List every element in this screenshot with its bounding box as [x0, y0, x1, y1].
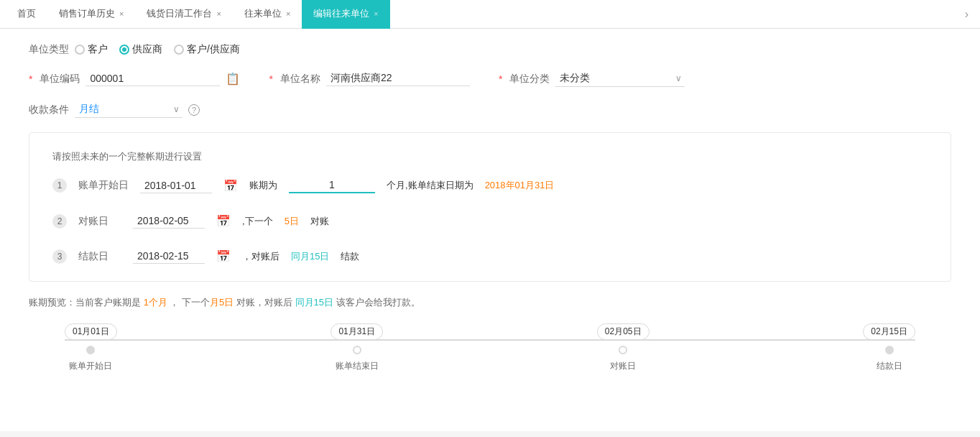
radio-both-circle — [174, 45, 184, 55]
timeline-label-0: 账单开始日 — [69, 360, 112, 372]
payment-condition-field: 收款条件 月结 ∨ ? — [29, 101, 200, 118]
period-payment-date-input[interactable] — [133, 249, 205, 264]
tab-partner-unit-close[interactable]: × — [286, 9, 290, 18]
period-row-3: 3 结款日 📅 ，对账后 同月15日 结款 — [52, 249, 928, 264]
tab-home-label: 首页 — [17, 7, 36, 20]
unit-category-arrow-icon: ∨ — [672, 73, 685, 83]
period-row3-suffix: 结款 — [341, 250, 359, 263]
unit-type-label: 单位类型 — [29, 43, 69, 56]
timeline-dot-3 — [885, 346, 894, 354]
tab-edit-partner-close[interactable]: × — [374, 9, 378, 18]
period-row2-prefix: ,下一个 — [242, 215, 273, 228]
period-reconcile-cal-icon[interactable]: 📅 — [216, 214, 231, 228]
payment-condition-select[interactable]: 月结 ∨ — [75, 101, 182, 118]
timeline-label-3: 结款日 — [877, 360, 902, 372]
timeline-dot-0 — [86, 346, 95, 354]
payment-condition-row: 收款条件 月结 ∨ ? — [29, 101, 951, 118]
radio-customer-circle — [75, 45, 85, 55]
unit-category-value: 未分类 — [555, 70, 672, 86]
period-month-input[interactable] — [289, 178, 375, 193]
period-start-cal-icon[interactable]: 📅 — [223, 179, 238, 193]
preview-part3: 月5日 — [210, 297, 234, 308]
tab-partner-unit[interactable]: 往来单位 × — [233, 0, 302, 29]
radio-supplier-circle — [119, 45, 129, 55]
period-num-2: 2 — [52, 214, 67, 229]
period-row3-prefix: ，对账后 — [242, 250, 279, 263]
timeline-date-1: 01月31日 — [330, 323, 383, 340]
tab-home[interactable]: 首页 — [6, 0, 47, 29]
period-payment-cal-icon[interactable]: 📅 — [216, 249, 231, 263]
preview-part6: 该客户会给我打款。 — [336, 297, 420, 308]
unit-name-input[interactable] — [326, 71, 470, 86]
preview-part3-prefix: 下一个 — [182, 297, 210, 308]
tabs-bar: 首页 销售订单历史 × 钱货日清工作台 × 往来单位 × 编辑往来单位 × › — [0, 0, 980, 29]
period-label-3: 结款日 — [78, 250, 121, 263]
timeline-date-0: 01月01日 — [65, 323, 117, 340]
period-row1-end-date: 2018年01月31日 — [485, 179, 555, 192]
unit-name-field: * 单位名称 — [269, 71, 469, 86]
unit-category-field: * 单位分类 未分类 ∨ — [499, 70, 685, 87]
timeline-wrapper: 01月01日 账单开始日 01月31日 账单结束日 02月05日 对账日 02月… — [65, 326, 915, 369]
timeline-node-0: 01月01日 账单开始日 — [65, 323, 117, 372]
period-start-date-input[interactable] — [140, 178, 212, 193]
tab-cash-workbench[interactable]: 钱货日清工作台 × — [135, 0, 232, 29]
timeline-dot-2 — [619, 346, 627, 354]
unit-code-input[interactable] — [85, 71, 220, 86]
preview-prefix: 账期预览：当前客户账期是 — [29, 297, 141, 308]
unit-code-copy-icon[interactable]: 📋 — [226, 72, 240, 86]
radio-supplier-label: 供应商 — [132, 43, 162, 56]
tab-sales-history-close[interactable]: × — [119, 9, 124, 18]
main-content: 单位类型 客户 供应商 客户/供应商 * 单位编码 — [0, 29, 980, 431]
period-row1-suffix: 账期为 — [249, 179, 277, 192]
radio-both-label: 客户/供应商 — [187, 43, 240, 56]
payment-condition-label: 收款条件 — [29, 104, 69, 116]
radio-customer-label: 客户 — [88, 43, 108, 56]
radio-supplier[interactable]: 供应商 — [119, 43, 162, 56]
unit-code-field: * 单位编码 📋 — [29, 71, 240, 86]
timeline-label-2: 对账日 — [610, 360, 636, 372]
unit-category-select[interactable]: 未分类 ∨ — [555, 70, 685, 87]
unit-name-label: 单位名称 — [280, 73, 320, 86]
unit-type-radio-group: 客户 供应商 客户/供应商 — [75, 43, 240, 56]
preview-part5: 同月15日 — [295, 297, 333, 308]
timeline-date-3: 02月15日 — [863, 323, 915, 340]
period-row1-month-suffix: 个月,账单结束日期为 — [387, 179, 473, 192]
unit-type-row: 单位类型 客户 供应商 客户/供应商 — [29, 43, 951, 56]
tab-edit-partner[interactable]: 编辑往来单位 × — [302, 0, 389, 29]
period-row2-day: 5日 — [285, 215, 299, 228]
timeline-date-2: 02月05日 — [597, 323, 650, 340]
period-row3-day: 同月15日 — [291, 250, 329, 263]
payment-condition-value: 月结 — [75, 101, 170, 117]
timeline-node-3: 02月15日 结款日 — [863, 323, 915, 372]
period-label-2: 对账日 — [78, 215, 121, 228]
tab-more-button[interactable]: › — [959, 8, 974, 21]
unit-category-label: 单位分类 — [509, 73, 550, 86]
radio-both[interactable]: 客户/供应商 — [174, 43, 240, 56]
period-row-1: 1 账单开始日 📅 账期为 个月,账单结束日期为 2018年01月31日 — [52, 178, 928, 193]
tab-sales-history-label: 销售订单历史 — [59, 7, 115, 20]
timeline-node-2: 02月05日 对账日 — [597, 323, 650, 372]
unit-code-label: 单位编码 — [40, 73, 80, 86]
period-card-title: 请按照未来的一个完整帐期进行设置 — [52, 150, 928, 163]
period-num-3: 3 — [52, 249, 67, 264]
timeline-node-1: 01月31日 账单结束日 — [330, 323, 383, 372]
unit-code-star: * — [29, 73, 32, 85]
preview-part1: 1个月 — [144, 297, 167, 308]
period-reconcile-date-input[interactable] — [133, 213, 205, 229]
period-num-1: 1 — [52, 178, 67, 193]
tab-cash-workbench-close[interactable]: × — [216, 9, 221, 18]
payment-condition-help-icon[interactable]: ? — [188, 104, 200, 116]
tab-sales-history[interactable]: 销售订单历史 × — [47, 0, 135, 29]
period-card: 请按照未来的一个完整帐期进行设置 1 账单开始日 📅 账期为 个月,账单结束日期… — [29, 132, 951, 282]
timeline-dot-1 — [353, 346, 361, 354]
period-label-1: 账单开始日 — [78, 179, 129, 192]
unit-type-field: 单位类型 客户 供应商 客户/供应商 — [29, 43, 240, 56]
timeline-label-1: 账单结束日 — [336, 360, 379, 372]
tab-edit-partner-label: 编辑往来单位 — [313, 7, 369, 20]
preview-section: 账期预览：当前客户账期是 1个月 ， 下一个月5日 对账，对账后 同月15日 该… — [29, 296, 951, 309]
unit-info-row: * 单位编码 📋 * 单位名称 * 单位分类 未分类 ∨ — [29, 70, 951, 87]
payment-condition-arrow-icon: ∨ — [170, 104, 182, 114]
period-row-2: 2 对账日 📅 ,下一个 5日 对账 — [52, 213, 928, 229]
radio-customer[interactable]: 客户 — [75, 43, 108, 56]
period-row2-suffix: 对账 — [310, 215, 329, 228]
